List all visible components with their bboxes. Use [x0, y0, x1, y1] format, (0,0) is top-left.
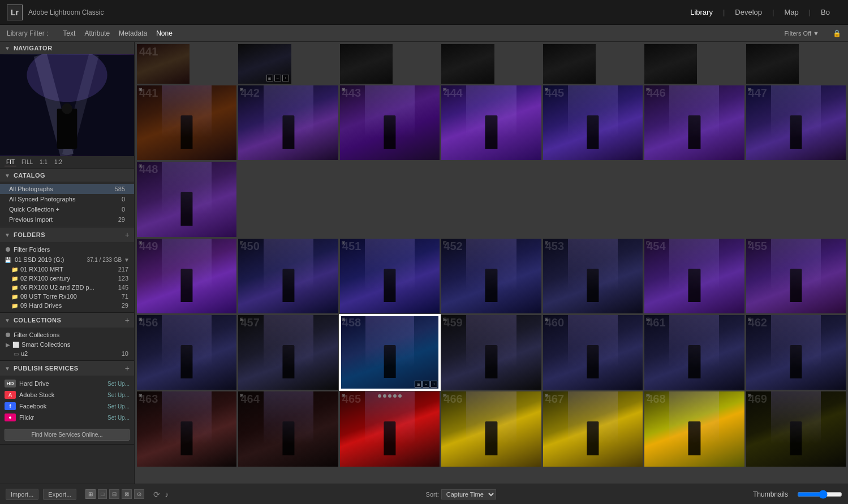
photo-cell-462[interactable]: 462⊞	[746, 315, 846, 390]
photo-cell-466[interactable]: 466⊞	[441, 391, 541, 466]
catalog-synced[interactable]: All Synced Photographs 0	[0, 194, 134, 204]
photo-cell[interactable]	[543, 44, 596, 84]
folders-add-button[interactable]: +	[125, 230, 130, 239]
photo-cell-452[interactable]: 452⊞	[441, 239, 541, 313]
publish-adobe-stock[interactable]: A Adobe Stock Set Up...	[0, 389, 134, 400]
photo-cell-447[interactable]: 447⊞	[746, 85, 846, 160]
photo-cell-450[interactable]: 450⊞	[238, 239, 338, 313]
photo-cell-458[interactable]: 458⊞⊞↔↕	[340, 315, 440, 390]
photo-cell-445[interactable]: 445⊞	[543, 85, 643, 160]
adobe-setup[interactable]: Set Up...	[107, 392, 130, 398]
publish-add-button[interactable]: +	[125, 364, 130, 373]
find-more-services-button[interactable]: Find More Services Online...	[5, 429, 130, 441]
catalog-previous[interactable]: Previous Import 29	[0, 214, 134, 225]
zoom-1-1[interactable]: 1:1	[38, 158, 49, 166]
photo-cell[interactable]: 441	[137, 44, 190, 84]
nav-develop[interactable]: Develop	[735, 8, 762, 16]
photo-cell-444[interactable]: 444⊞	[441, 85, 541, 160]
collections-add-button[interactable]: +	[125, 316, 130, 325]
filter-none[interactable]: None	[156, 29, 173, 37]
photo-cell[interactable]	[644, 44, 697, 84]
photo-cell-448[interactable]: 448⊞	[137, 162, 236, 236]
thumbnail-size-slider[interactable]	[797, 490, 842, 499]
photo-cell-441[interactable]: 441⊞	[137, 85, 236, 160]
photo-flag-icon: ⊞	[139, 87, 143, 92]
sort-select[interactable]: Capture Time Added Order Edit Time Ratin…	[441, 489, 496, 499]
drive-item[interactable]: 💾 01 SSD 2019 (G:) 37.1 / 233 GB ▼	[0, 255, 134, 265]
folder-rx100-century[interactable]: 📁 02 RX100 century 123	[0, 274, 134, 283]
photo-cell-457[interactable]: 457⊞	[238, 315, 338, 390]
filter-collections-row[interactable]: Filter Collections	[0, 330, 134, 340]
publish-flickr[interactable]: ● Flickr Set Up...	[0, 412, 134, 423]
photo-cell-463[interactable]: 463⊞	[137, 391, 236, 466]
nav-book[interactable]: Bo	[821, 8, 830, 16]
photo-cell-456[interactable]: 456⊞	[137, 315, 236, 390]
photo-cell-451[interactable]: 451⊞	[340, 239, 440, 313]
drive-expand-icon[interactable]: ▼	[124, 257, 130, 263]
photo-cell-442[interactable]: 442⊞	[238, 85, 338, 160]
photo-cell[interactable]	[746, 44, 799, 84]
photo-action-icon[interactable]: ↕	[431, 381, 437, 387]
filter-text[interactable]: Text	[63, 29, 75, 37]
photo-action-icon[interactable]: ⊞	[415, 381, 421, 387]
smart-collections-item[interactable]: ▶ ⬜ Smart Collections	[0, 340, 134, 349]
nav-map[interactable]: Map	[784, 8, 798, 16]
catalog-all-photos[interactable]: All Photographs 585	[0, 184, 134, 194]
publish-facebook[interactable]: f Facebook Set Up...	[0, 400, 134, 412]
photo-cell-461[interactable]: 461⊞	[644, 315, 744, 390]
zoom-fill[interactable]: FILL	[20, 158, 35, 166]
zoom-fit[interactable]: FIT	[5, 158, 16, 166]
folders-header[interactable]: ▼ Folders +	[0, 227, 134, 242]
photo-cell-467[interactable]: 467⊞	[543, 391, 643, 466]
filter-attribute[interactable]: Attribute	[84, 29, 110, 37]
photo-cell-465[interactable]: 465⊞	[340, 391, 440, 466]
nav-library[interactable]: Library	[690, 8, 713, 16]
zoom-1-2[interactable]: 1:2	[53, 158, 64, 166]
photo-flag-icon: ⊞	[342, 240, 346, 245]
photo-grid-area[interactable]: 441 ⊞ ↔ ↕	[135, 42, 848, 484]
publish-hard-drive[interactable]: HD Hard Drive Set Up...	[0, 378, 134, 389]
filter-metadata[interactable]: Metadata	[119, 29, 147, 37]
lock-icon[interactable]: 🔒	[833, 29, 841, 37]
photo-cell[interactable]: ⊞ ↔ ↕	[238, 44, 291, 84]
export-button[interactable]: Export...	[43, 489, 76, 500]
hdd-setup[interactable]: Set Up...	[107, 381, 130, 387]
import-button[interactable]: Import...	[6, 489, 38, 500]
photo-cell-449[interactable]: 449⊞	[137, 239, 236, 313]
folder-rx100-mrt[interactable]: 📁 01 RX100 MRT 217	[0, 265, 134, 274]
photo-cell-454[interactable]: 454⊞	[644, 239, 744, 313]
photo-cell-468[interactable]: 468⊞	[644, 391, 744, 466]
u2-coll-name: u2	[21, 350, 122, 357]
flickr-setup[interactable]: Set Up...	[107, 415, 130, 421]
fb-setup[interactable]: Set Up...	[107, 403, 130, 410]
survey-view-button[interactable]: ⊠	[122, 489, 132, 499]
photo-cell-464[interactable]: 464⊞	[238, 391, 338, 466]
filter-folders-row[interactable]: Filter Folders	[0, 244, 134, 255]
filters-off-button[interactable]: Filters Off ▼	[785, 30, 819, 37]
photo-cell[interactable]	[441, 44, 494, 84]
u2-collection-item[interactable]: ▭ u2 10	[0, 349, 134, 358]
photo-cell-455[interactable]: 455⊞	[746, 239, 846, 313]
photo-cell-453[interactable]: 453⊞	[543, 239, 643, 313]
photo-cell[interactable]	[340, 44, 393, 84]
compare-view-button[interactable]: ⊟	[109, 489, 119, 499]
photo-cell-443[interactable]: 443⊞	[340, 85, 440, 160]
navigator-header[interactable]: ▼ Navigator	[0, 42, 134, 54]
people-view-button[interactable]: ⊙	[134, 489, 144, 499]
grid-view-button[interactable]: ⊞	[85, 489, 96, 499]
folder-rx100-u2[interactable]: 📁 06 RX100 U2 and ZBD p... 145	[0, 283, 134, 292]
publish-header[interactable]: ▼ Publish Services +	[0, 361, 134, 376]
main-area: ▼ Navigator FIT FILL 1	[0, 42, 848, 484]
catalog-quick[interactable]: Quick Collection + 0	[0, 204, 134, 214]
folder-hard-drives[interactable]: 📁 09 Hard Drives 29	[0, 301, 134, 310]
catalog-header[interactable]: ▼ Catalog	[0, 169, 134, 182]
photo-cell-460[interactable]: 460⊞	[543, 315, 643, 390]
activity-icon[interactable]: ⟳	[153, 490, 160, 499]
photo-cell-446[interactable]: 446⊞	[644, 85, 744, 160]
photo-cell-469[interactable]: 469⊞	[746, 391, 846, 466]
loupe-view-button[interactable]: □	[98, 489, 107, 499]
folder-ust-torre[interactable]: 📁 08 UST Torre Rx100 71	[0, 292, 134, 301]
photo-action-icon[interactable]: ↔	[423, 381, 429, 387]
collections-header[interactable]: ▼ Collections +	[0, 313, 134, 328]
photo-cell-459[interactable]: 459⊞	[441, 315, 541, 390]
